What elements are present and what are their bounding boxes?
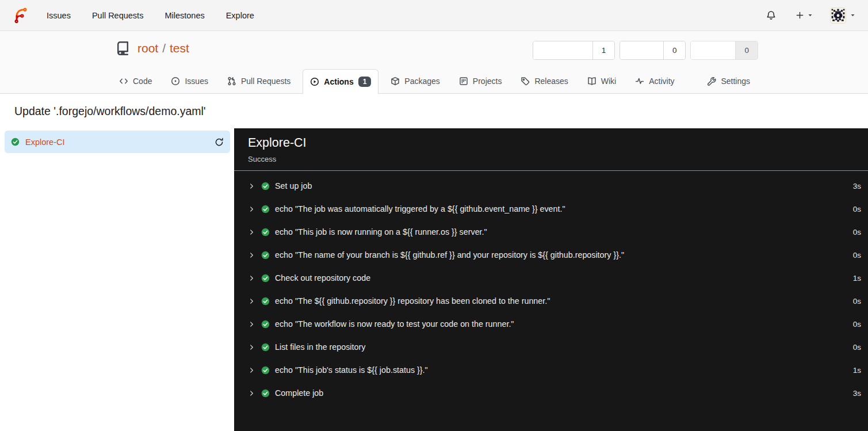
step-duration: 0s	[853, 320, 861, 329]
job-panel-header: Explore-CI Success	[234, 128, 868, 171]
step-duration: 0s	[853, 297, 861, 306]
step-row[interactable]: echo "The ${{ github.repository }} repos…	[234, 289, 868, 312]
step-row[interactable]: echo "The name of your branch is ${{ git…	[234, 243, 868, 266]
navbar-right	[766, 7, 855, 24]
caret-down-icon	[808, 13, 813, 18]
step-duration: 1s	[853, 366, 861, 375]
step-name: echo "The workflow is now ready to test …	[275, 319, 846, 329]
navbar-item-issues[interactable]: Issues	[47, 11, 71, 20]
step-name: echo "The ${{ github.repository }} repos…	[275, 296, 846, 306]
navbar-item-milestones[interactable]: Milestones	[165, 11, 204, 20]
repo-title: root / test	[137, 41, 189, 55]
fork-count[interactable]: 0	[735, 41, 758, 59]
chevron-right-icon	[248, 182, 255, 190]
notifications-button[interactable]	[766, 10, 776, 20]
unwatch-button-group: Unwatch1	[533, 41, 615, 60]
star-button[interactable]: Star	[620, 41, 663, 60]
navbar-item-explore[interactable]: Explore	[226, 11, 254, 20]
navbar-menu: IssuesPull RequestsMilestonesExplore	[47, 11, 276, 20]
step-row[interactable]: Set up job3s	[234, 174, 868, 197]
repo-title-separator: /	[162, 41, 166, 55]
chevron-right-icon	[248, 251, 255, 259]
step-duration: 0s	[853, 228, 861, 237]
fork-button[interactable]: Fork	[691, 41, 735, 60]
tab-label: Wiki	[601, 77, 616, 86]
caret-down-icon	[850, 13, 855, 18]
step-name: echo "The name of your branch is ${{ git…	[275, 250, 846, 260]
step-row[interactable]: echo "This job is now running on a ${{ r…	[234, 220, 868, 243]
tab-label: Pull Requests	[241, 77, 290, 86]
job-status-text: Success	[248, 155, 854, 163]
step-name: Check out repository code	[275, 273, 846, 283]
step-duration: 0s	[853, 343, 861, 352]
step-duration: 1s	[853, 274, 861, 283]
git-pull-request-icon	[227, 77, 236, 86]
page-title: Update '.forgejo/workflows/demo.yaml'	[14, 105, 868, 118]
book-open-icon	[587, 77, 596, 86]
step-name: echo "This job is now running on a ${{ r…	[275, 227, 846, 237]
check-circle-icon	[261, 366, 270, 375]
repo-tabs: CodeIssuesPull RequestsActions1PackagesP…	[112, 69, 758, 93]
pulse-icon	[635, 77, 644, 86]
project-icon	[459, 77, 468, 86]
job-item-explore-ci[interactable]: Explore-CI	[5, 131, 230, 153]
tab-settings[interactable]: Settings	[700, 69, 757, 93]
user-menu-button[interactable]	[830, 7, 855, 24]
check-circle-icon	[261, 274, 270, 283]
check-circle-icon	[261, 251, 270, 260]
chevron-right-icon	[248, 228, 255, 236]
job-log-panel: Explore-CI Success Set up job3secho "The…	[234, 128, 868, 431]
run-title-section: Update '.forgejo/workflows/demo.yaml'	[0, 94, 868, 128]
unwatch-button[interactable]: Unwatch	[533, 41, 592, 60]
tab-releases[interactable]: Releases	[514, 69, 575, 93]
top-navbar: IssuesPull RequestsMilestonesExplore	[0, 0, 868, 31]
step-duration: 0s	[853, 205, 861, 213]
tab-label: Releases	[534, 77, 568, 86]
step-row[interactable]: Check out repository code1s	[234, 266, 868, 289]
tab-code[interactable]: Code	[112, 69, 159, 93]
tab-activity[interactable]: Activity	[628, 69, 681, 93]
steps-list: Set up job3secho "The job was automatica…	[234, 171, 868, 405]
repo-action-buttons: Unwatch1Star0Fork0	[533, 41, 758, 60]
tab-actions[interactable]: Actions1	[303, 69, 378, 94]
check-circle-icon	[261, 182, 270, 190]
tab-issues[interactable]: Issues	[164, 69, 215, 93]
tab-projects[interactable]: Projects	[452, 69, 509, 93]
check-circle-icon	[261, 228, 270, 237]
repo-owner-link[interactable]: root	[137, 41, 158, 55]
run-main: Explore-CI Explore-CI Success Set up job…	[0, 128, 868, 431]
step-row[interactable]: Complete job3s	[234, 382, 868, 405]
jobs-sidebar: Explore-CI	[0, 128, 234, 431]
create-new-button[interactable]	[796, 11, 813, 20]
user-avatar	[830, 7, 846, 24]
tab-label: Projects	[473, 77, 502, 86]
step-row[interactable]: List files in the repository0s	[234, 335, 868, 358]
tab-label: Issues	[185, 77, 208, 86]
tab-label: Settings	[721, 77, 750, 86]
tab-label: Actions	[324, 77, 353, 86]
step-row[interactable]: echo "This job's status is ${{ job.statu…	[234, 358, 868, 382]
job-name: Explore-CI	[25, 138, 215, 147]
play-circle-icon	[310, 77, 319, 86]
tab-label: Activity	[649, 77, 674, 86]
bell-icon	[766, 10, 776, 20]
tab-pull-requests[interactable]: Pull Requests	[220, 69, 297, 93]
chevron-right-icon	[248, 367, 255, 374]
step-row[interactable]: echo "The workflow is now ready to test …	[234, 312, 868, 335]
chevron-right-icon	[248, 390, 255, 397]
repo-icon	[116, 41, 131, 56]
tab-packages[interactable]: Packages	[384, 69, 446, 93]
forgejo-logo-icon[interactable]	[13, 7, 29, 24]
star-button-group: Star0	[620, 41, 686, 60]
navbar-item-pull-requests[interactable]: Pull Requests	[92, 11, 143, 20]
step-name: Set up job	[275, 181, 846, 190]
tab-wiki[interactable]: Wiki	[580, 69, 623, 93]
step-row[interactable]: echo "The job was automatically triggere…	[234, 197, 868, 220]
plus-icon	[796, 11, 804, 20]
chevron-right-icon	[248, 274, 255, 282]
repo-name-link[interactable]: test	[170, 41, 189, 55]
rerun-job-icon[interactable]	[215, 138, 224, 147]
tab-label: Packages	[404, 77, 439, 86]
star-count[interactable]: 0	[663, 41, 686, 59]
unwatch-count[interactable]: 1	[592, 41, 615, 59]
